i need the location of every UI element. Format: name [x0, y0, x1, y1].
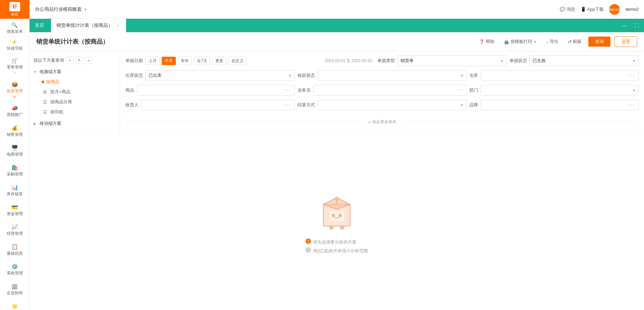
query-button[interactable]: 查询 — [588, 37, 610, 47]
filter-field-goods: 商品 ··· — [125, 85, 295, 96]
collapse-filters-button[interactable]: ∧ 收起更多条件 — [365, 116, 399, 127]
tree-item-by-goods[interactable]: 按商品 — [35, 77, 120, 87]
tabbar-maximize-button[interactable]: ⛶ — [632, 21, 641, 30]
tree-item-by-driver[interactable]: ☰ 按司机 — [35, 107, 120, 117]
date-btn-last-month[interactable]: 上月 — [146, 57, 160, 65]
tree-label-mobile: 移动端方案 — [40, 120, 61, 126]
sidebar-item-ecommerce[interactable]: 🖥️ 电商管理 — [0, 141, 29, 161]
finance-icon: 💳 — [11, 204, 18, 210]
user-avatar[interactable]: demo2 — [609, 4, 620, 15]
tree-item-by-month-goods[interactable]: ⊞ 按月+商品 — [35, 87, 120, 97]
receiver-input[interactable] — [144, 103, 283, 108]
sidebar-item-inventory[interactable]: 📊 库存核算 — [0, 180, 29, 200]
sidebar-quicknav[interactable]: ⚡ 快捷导航 — [0, 37, 29, 54]
message-button[interactable]: 💬 消息 — [560, 6, 575, 12]
staff-input[interactable] — [316, 88, 455, 93]
warehouse-input[interactable] — [484, 73, 627, 78]
tabbar-minimize-button[interactable]: — — [620, 21, 629, 30]
sidebar: 好 标版 🔍 搜索菜单 ⚡ 快捷导航 🛒 零售管理 ▼ 📦 批发管理 ▲ 📣 营… — [0, 0, 30, 310]
help-icon: ❓ — [479, 39, 484, 44]
print-dropdown-icon[interactable]: ▼ — [534, 40, 537, 44]
receiver-input-wrap[interactable]: ··· — [141, 100, 295, 110]
dept-select[interactable]: ▼ — [481, 85, 639, 96]
export-button[interactable]: ↓ 导出 — [544, 37, 561, 46]
brand-dots[interactable]: ··· — [628, 102, 636, 108]
help-button[interactable]: ❓ 帮助 — [476, 37, 497, 46]
page-header: 销货单统计计表（按商品） ❓ 帮助 🖨️ 按模板打印 ▼ ↓ 导出 ↺ 刷新 — [30, 32, 644, 51]
tab-close-button[interactable]: × — [115, 23, 121, 28]
topbar-left: 办公用品行业模拟账套 ▾ — [35, 6, 87, 12]
goods-input[interactable] — [140, 88, 283, 93]
filter-sidebar: 按以下方案查询 + ✎ « ▼ 电脑端方案 按商品 — [30, 51, 120, 136]
out-status-select[interactable]: 已出库 ▼ — [146, 70, 295, 81]
retail-icon: 🛒 — [11, 57, 18, 64]
brand-input[interactable] — [484, 103, 627, 108]
export-icon: ↓ — [546, 39, 549, 44]
goods-input-wrap[interactable]: ··· — [137, 85, 295, 96]
sidebar-item-enterprise[interactable]: 🏢 企业协同 — [0, 279, 29, 299]
filter-field-receiver: 收货人 ··· — [125, 100, 295, 110]
tree-item-pc[interactable]: ▼ 电脑端方案 — [30, 67, 120, 77]
filter-field-dept: 部门 ▼ — [469, 85, 639, 96]
warehouse-dots[interactable]: ··· — [628, 72, 636, 79]
filter-panel: 按以下方案查询 + ✎ « ▼ 电脑端方案 按商品 — [30, 51, 644, 136]
app-download-button[interactable]: 📱 App下载 — [581, 6, 604, 12]
sidebar-search[interactable]: 🔍 搜索菜单 — [0, 19, 29, 37]
date-btn-this-month[interactable]: 本月 — [162, 57, 176, 65]
sidebar-item-system[interactable]: ⚙️ 系统管理 — [0, 260, 29, 279]
staff-label: 业务员 — [298, 87, 311, 93]
sidebar-item-marketing[interactable]: 📣 营销推广 — [0, 101, 29, 121]
sidebar-item-retail[interactable]: 🛒 零售管理 ▼ — [0, 54, 29, 78]
staff-input-wrap[interactable]: ··· — [313, 85, 467, 96]
tree-label-goods-category: 按商品分类 — [50, 99, 72, 105]
sidebar-item-purchase[interactable]: 🛍️ 采购管理 — [0, 161, 29, 180]
print-button[interactable]: 🖨️ 按模板打印 ▼ — [501, 37, 540, 46]
type-select[interactable]: 销货单 ▼ — [397, 55, 506, 66]
sidebar-logo[interactable]: 好 标版 — [0, 0, 30, 19]
date-btn-custom[interactable]: 自定义 — [228, 57, 247, 65]
status-select[interactable]: 已生效 ▼ — [530, 55, 639, 66]
sidebar-item-operation[interactable]: 📈 经营管理 — [0, 220, 29, 240]
out-status-label: 出库状态 — [125, 72, 143, 79]
tree-item-by-goods-category[interactable]: ☰ 按商品分类 — [35, 97, 120, 107]
date-btn-7days[interactable]: 近7天 — [194, 57, 210, 65]
type-label: 单据类型 — [377, 58, 395, 64]
goods-dots[interactable]: ··· — [283, 87, 291, 93]
date-btn-this-year[interactable]: 本年 — [178, 57, 192, 65]
receipt-status-select[interactable]: ▼ — [318, 70, 467, 81]
enterprise-icon: 🏢 — [11, 283, 18, 290]
sidebar-item-finance[interactable]: 💳 资金管理 — [0, 200, 29, 220]
settings-button[interactable]: 设置 — [614, 36, 637, 47]
tab-home[interactable]: 首页 — [30, 19, 50, 32]
add-scheme-button[interactable]: + — [66, 57, 73, 64]
date-btn-more[interactable]: 更多 — [212, 57, 226, 65]
date-range-display: 2023-03-01 至 2023-03-31 — [325, 58, 372, 63]
sidebar-item-wholesale[interactable]: 📦 批发管理 ▲ — [0, 78, 29, 101]
edit-scheme-button[interactable]: ✎ — [75, 57, 83, 64]
sidebar-item-basicinfo[interactable]: 📋 基础信息 — [0, 240, 29, 260]
tree-item-mobile[interactable]: ▶ 移动端方案 — [30, 118, 120, 128]
tree-section-pc: ▼ 电脑端方案 按商品 ⊞ 按月+商品 ☰ — [30, 67, 120, 118]
grid-icon: ⊞ — [42, 89, 48, 95]
type-value: 销货单 — [400, 58, 500, 64]
receiver-dots[interactable]: ··· — [283, 102, 291, 108]
sidebar-item-newguide[interactable]: 🌟 新手引导 — [0, 299, 29, 310]
payment-select[interactable]: ▼ — [318, 100, 467, 110]
status-arrow: ▼ — [632, 59, 636, 63]
divider-left — [125, 122, 363, 122]
sidebar-item-sales[interactable]: 💰 销售管理 — [0, 121, 29, 141]
tree-sub-pc: 按商品 ⊞ 按月+商品 ☰ 按商品分类 ☰ 按司机 — [30, 77, 120, 117]
ecommerce-icon: 🖥️ — [11, 144, 18, 151]
brand-input-wrap[interactable]: ··· — [481, 100, 639, 110]
dept-label: 部门 — [469, 87, 478, 93]
basicinfo-icon: 📋 — [11, 243, 18, 250]
collapse-scheme-button[interactable]: « — [85, 57, 92, 64]
tab-sales-stat[interactable]: 销货单统计计表（按商品） × — [51, 19, 126, 32]
refresh-button[interactable]: ↺ 刷新 — [565, 37, 584, 46]
refresh-icon: ↺ — [568, 39, 572, 44]
topbar-dropdown-icon[interactable]: ▾ — [85, 7, 87, 12]
tabbar-actions: — ⛶ — [620, 21, 644, 30]
filter-field-warehouse: 仓库 ··· — [469, 70, 639, 81]
staff-dots[interactable]: ··· — [455, 87, 464, 93]
warehouse-input-wrap[interactable]: ··· — [481, 70, 639, 81]
